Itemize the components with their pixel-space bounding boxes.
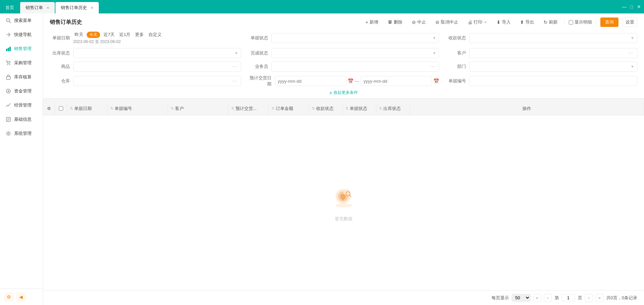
prev-page-btn[interactable]: ‹ bbox=[544, 294, 552, 302]
maximize-btn[interactable]: □ bbox=[629, 4, 634, 9]
page-header: 销售订单历史 + 新增 删除 ⊘ 中止 bbox=[43, 13, 644, 99]
sidebar-item-basic-info[interactable]: 基础信息 bbox=[0, 112, 43, 126]
sidebar-label-finance: 资金管理 bbox=[14, 88, 32, 94]
first-page-btn[interactable]: « bbox=[533, 294, 541, 302]
filter-out-status-control[interactable]: ▼ bbox=[73, 48, 241, 58]
sort-icon-cust: ⇅ bbox=[171, 106, 174, 111]
sidebar-item-search-menu[interactable]: 搜索菜单 bbox=[0, 13, 43, 28]
collapse-row[interactable]: ∧ 收起更多条件 bbox=[50, 88, 637, 98]
svg-point-9 bbox=[6, 89, 10, 93]
th-pay-status[interactable]: ⇅ 收款状态 bbox=[309, 102, 343, 115]
delivery-date-start-input[interactable] bbox=[275, 76, 346, 86]
th-out-status[interactable]: ⇅ 出库状态 bbox=[376, 102, 410, 115]
th-amount[interactable]: ⇅ 订单金额 bbox=[269, 102, 309, 115]
filter-pay-status-control[interactable]: ▼ bbox=[469, 33, 637, 43]
filter-order-num-control[interactable] bbox=[469, 76, 637, 86]
sidebar-settings-btn[interactable]: ⚙ bbox=[4, 292, 13, 302]
date-opt-1month[interactable]: 近1月 bbox=[118, 31, 132, 38]
filter-out-status-arrow-icon: ▼ bbox=[234, 51, 238, 55]
toolbar-cancel-stop-btn[interactable]: ⊘ 取消中止 bbox=[433, 18, 461, 27]
sidebar-label-sales-mgmt: 销售管理 bbox=[14, 46, 32, 52]
filter-row-1: 单据日期 昨天 今天 近7天 近1月 更多 自定义 2023-06-02 至 2… bbox=[50, 31, 637, 45]
sidebar-collapse-btn[interactable]: ◀ bbox=[16, 292, 26, 302]
last-page-btn[interactable]: » bbox=[596, 294, 604, 302]
filter-warehouse-label: 仓库 bbox=[50, 78, 73, 84]
toolbar-delete-btn[interactable]: 删除 bbox=[385, 18, 405, 27]
filter-completion-control[interactable]: ▼ bbox=[271, 48, 439, 58]
date-opt-today[interactable]: 今天 bbox=[87, 32, 100, 38]
show-details-checkbox[interactable] bbox=[569, 20, 573, 25]
sys-admin-icon bbox=[5, 130, 11, 137]
toolbar-print-btn[interactable]: 🖨 打印 ▼ bbox=[465, 18, 490, 27]
tab-sales-order-history-close[interactable]: ✕ bbox=[90, 6, 93, 10]
purchase-mgmt-icon bbox=[5, 60, 11, 66]
filter-row-2: 出库状态 ▼ 完成状态 ▼ 客户 bbox=[50, 48, 637, 58]
sidebar-item-purchase-mgmt[interactable]: 采购管理 bbox=[0, 56, 43, 70]
tab-home[interactable]: 首页 bbox=[0, 2, 19, 13]
next-page-btn[interactable]: › bbox=[585, 294, 593, 302]
th-checkbox[interactable] bbox=[55, 102, 67, 115]
date-opt-7days[interactable]: 近7天 bbox=[102, 31, 116, 38]
toolbar-refresh-btn[interactable]: ↻ 刷新 bbox=[541, 18, 560, 27]
toolbar-export-btn[interactable]: ⬆ 导出 bbox=[517, 18, 537, 27]
filter-sales-rep-label: 业务员 bbox=[248, 64, 271, 70]
calendar-end-icon[interactable]: 📅 bbox=[433, 78, 439, 84]
table-footer: 每页显示 50 10 20 100 « ‹ 第 页 › bbox=[43, 290, 644, 305]
page-title: 销售订单历史 bbox=[50, 19, 363, 26]
settings-btn[interactable]: 设置 bbox=[622, 17, 637, 27]
th-customer[interactable]: ⇅ 客户 bbox=[168, 102, 228, 115]
filter-customer-control[interactable]: ··· bbox=[469, 48, 637, 58]
filter-group-delivery-date: 预计交货日期 📅 — 📅 bbox=[248, 75, 439, 87]
filter-order-status-arrow-icon: ▼ bbox=[432, 36, 436, 40]
tab-sales-order-close[interactable]: ✕ bbox=[46, 6, 49, 10]
th-operation: 操作 bbox=[410, 102, 644, 115]
toolbar-import-btn[interactable]: ⬇ 导入 bbox=[494, 18, 513, 27]
sidebar-item-inventory[interactable]: 库存核算 bbox=[0, 70, 43, 84]
toolbar-add-btn[interactable]: + 新增 bbox=[363, 18, 381, 27]
show-details-checkbox-label[interactable]: 显示明细 bbox=[569, 19, 592, 25]
page-number-input[interactable] bbox=[562, 294, 575, 301]
filter-sales-rep-control[interactable]: ··· bbox=[271, 62, 439, 72]
close-btn[interactable]: ✕ bbox=[637, 4, 641, 9]
delete-icon bbox=[388, 20, 392, 25]
page-size-select[interactable]: 50 10 20 100 bbox=[512, 294, 530, 302]
next-page-icon: › bbox=[588, 296, 590, 300]
filter-order-status-control[interactable]: ▼ bbox=[271, 33, 439, 43]
th-delivery[interactable]: ⇅ 预计交货... bbox=[228, 102, 269, 115]
th-number[interactable]: ⇅ 单据编号 bbox=[108, 102, 168, 115]
tab-sales-order[interactable]: 销售订单 ✕ bbox=[20, 2, 55, 13]
date-opt-yesterday[interactable]: 昨天 bbox=[73, 31, 85, 38]
sidebar-label-inventory: 库存核算 bbox=[14, 74, 32, 80]
filter-group-product: 商品 ··· bbox=[50, 62, 241, 72]
sidebar-label-sys-admin: 系统管理 bbox=[14, 130, 32, 137]
query-btn[interactable]: 查询 bbox=[600, 17, 618, 27]
filter-group-order-status: 单据状态 ▼ bbox=[248, 31, 439, 45]
delivery-date-end-input[interactable] bbox=[360, 76, 432, 86]
th-settings[interactable]: ⚙ bbox=[43, 102, 55, 115]
basic-info-icon bbox=[5, 116, 11, 122]
date-opt-more[interactable]: 更多 bbox=[134, 31, 145, 38]
filter-department-control[interactable]: ▼ bbox=[469, 62, 637, 72]
sidebar-item-sys-admin[interactable]: 系统管理 bbox=[0, 126, 43, 141]
toolbar: + 新增 删除 ⊘ 中止 ⊘ 取消中止 bbox=[363, 17, 637, 27]
sidebar-item-finance[interactable]: 资金管理 bbox=[0, 84, 43, 98]
calendar-start-icon[interactable]: 📅 bbox=[348, 78, 353, 84]
tab-sales-order-history[interactable]: 销售订单历史 ✕ bbox=[55, 2, 99, 13]
sidebar-item-sales-mgmt[interactable]: 销售管理 bbox=[0, 42, 43, 56]
date-range-text: 2023-06-02 至 2023-06-02 bbox=[73, 39, 241, 45]
sidebar-item-operations[interactable]: 经营管理 bbox=[0, 98, 43, 112]
select-all-checkbox[interactable] bbox=[59, 106, 63, 111]
date-opt-custom[interactable]: 自定义 bbox=[147, 31, 163, 38]
filter-product-control[interactable]: ··· bbox=[73, 62, 241, 72]
minimize-btn[interactable]: — bbox=[622, 4, 627, 9]
filter-warehouse-control[interactable]: ··· bbox=[73, 76, 241, 86]
toolbar-separator2 bbox=[596, 20, 596, 25]
sidebar-item-quick-nav[interactable]: 快捷导航 bbox=[0, 28, 43, 42]
page-label: 页 bbox=[578, 295, 582, 301]
th-order-status[interactable]: ⇅ 单据状态 bbox=[343, 102, 376, 115]
svg-point-14 bbox=[8, 133, 9, 135]
th-settings-icon: ⚙ bbox=[47, 106, 51, 111]
toolbar-stop-btn[interactable]: ⊘ 中止 bbox=[409, 18, 429, 27]
th-date[interactable]: ⇅ 单据日期 bbox=[67, 102, 108, 115]
svg-rect-4 bbox=[8, 48, 9, 51]
